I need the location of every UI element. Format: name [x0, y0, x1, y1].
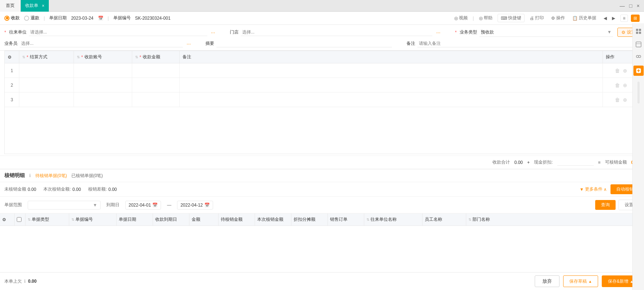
range-arrow-icon: ▼ [93, 203, 97, 208]
nav-left-btn[interactable]: ◀ [601, 15, 609, 21]
limit-label: 本单上欠 [4, 278, 22, 285]
radio-receipt-label: 收款 [11, 15, 20, 21]
more-conditions-label: 更多条件 [585, 186, 602, 192]
sidebar-icon-1[interactable] [633, 26, 644, 36]
filter-row: 单据范围 ▼ 到期日 2022-04-01 📅 — 2022-04-12 📅 查… [0, 197, 644, 213]
footer-right: 放弃 保存草稿 ▲ 保存&新增 ▲ [535, 275, 640, 287]
help-btn[interactable]: ◎ 帮助 [477, 14, 495, 22]
diff-stat: 核销差额: 0.00 [88, 186, 117, 192]
pending-tab[interactable]: 待核销单据(0笔) [35, 173, 67, 179]
bottom-table: ⚙ ⇅ 单据类型 ⇅ 单据编号 单据日期 收款到期日 [0, 213, 644, 272]
date-value[interactable]: 2023-03-24 [71, 16, 93, 21]
range-select[interactable]: ▼ [28, 201, 101, 209]
row1-remark[interactable] [180, 63, 603, 78]
row3-remark[interactable] [180, 93, 603, 107]
store-input[interactable] [241, 28, 433, 36]
discard-button[interactable]: 放弃 [535, 275, 559, 287]
number-value[interactable]: SK-20230324-001 [135, 16, 170, 21]
row1-copy-icon[interactable]: ⊕ [623, 68, 627, 74]
sidebar-icon-4[interactable] [633, 66, 644, 76]
scrollbar[interactable] [637, 82, 640, 103]
bth-checkbox[interactable] [15, 213, 25, 226]
footer-info-icon[interactable]: ℹ [24, 279, 26, 284]
radio-refund[interactable]: 退款 [24, 15, 39, 21]
calendar-icon[interactable]: 📅 [98, 16, 103, 21]
tab-home[interactable]: 首页 [0, 0, 21, 12]
row1-settlement[interactable] [19, 63, 74, 78]
window-close[interactable]: × [637, 3, 640, 9]
completed-tab[interactable]: 已核销单据(0笔) [71, 173, 103, 179]
row3-account[interactable] [74, 93, 132, 107]
row2-remark[interactable] [180, 78, 603, 92]
discount-input[interactable] [557, 159, 594, 166]
row3-delete-icon[interactable]: 🗑 [615, 97, 620, 103]
th-gear[interactable]: ⚙ [5, 51, 19, 63]
layout-list-btn[interactable]: ≡ [620, 15, 628, 22]
info-icon[interactable]: ℹ [29, 173, 31, 178]
layout-grid-btn[interactable]: ⊞ [631, 15, 640, 22]
tab-home-label: 首页 [6, 3, 15, 9]
nav-right-btn[interactable]: ▶ [610, 15, 617, 21]
tab-bar: 首页 收款单 × — □ × [0, 0, 644, 12]
row3-amount[interactable] [132, 93, 180, 107]
radio-receipt[interactable]: 收款 [4, 15, 20, 21]
more-filter-btn[interactable]: ▼ 更多条件 ∧ [580, 186, 607, 192]
help-label: 帮助 [484, 15, 492, 21]
current-label: 本次核销金额: [43, 186, 71, 192]
date-label: 单据日期 [49, 15, 67, 21]
row2-account[interactable] [74, 78, 132, 92]
unverified-label: 未核销金额 [4, 186, 26, 192]
svg-rect-3 [639, 32, 641, 34]
salesperson-more-btn[interactable]: ··· [186, 41, 191, 47]
sidebar-icon-3[interactable] [633, 52, 644, 63]
row3-settlement[interactable] [19, 93, 74, 107]
select-all-checkbox[interactable] [17, 217, 21, 222]
date-from-input[interactable]: 2022-04-01 📅 [125, 201, 161, 209]
summary-input[interactable] [216, 40, 392, 47]
query-btn[interactable]: 查询 [595, 200, 616, 210]
business-type-value: 预收款 [481, 29, 494, 35]
remark-input[interactable] [417, 40, 640, 47]
receipt-type-group: 收款 退款 [4, 15, 39, 21]
bth-due-date: 收款到期日 [153, 213, 189, 226]
counterpart-input[interactable] [29, 28, 207, 36]
form-row-1: * 往来单位 ··· 门店 ··· * 业务类型 预收款 ▼ [4, 28, 640, 37]
main-content: 收款 退款 | 单据日期 2023-03-24 📅 | 单据编号 SK-2023… [0, 12, 644, 290]
tab-close-icon[interactable]: × [42, 3, 44, 8]
counterpart-more-btn[interactable]: ··· [211, 30, 215, 35]
table-row: 3 🗑 ⊕ [5, 93, 639, 107]
video-btn[interactable]: ◎ 视频 [452, 14, 470, 22]
window-minimize[interactable]: — [620, 3, 625, 9]
tab-receipt[interactable]: 收款单 × [21, 0, 49, 12]
filter-icon: ▼ [580, 187, 584, 192]
top-toolbar: 收款 退款 | 单据日期 2023-03-24 📅 | 单据编号 SK-2023… [0, 12, 644, 25]
row1-account[interactable] [74, 63, 132, 78]
shortcut-btn[interactable]: ⌨ 快捷键 [498, 14, 525, 22]
bth-number: ⇅ 单据编号 [69, 213, 117, 226]
business-type-select[interactable]: 预收款 ▼ [479, 28, 613, 37]
history-btn[interactable]: 📋 历史单据 [570, 14, 598, 22]
date-to-input[interactable]: 2022-04-12 📅 [177, 201, 213, 209]
operate-btn[interactable]: ⚙ 操作 [549, 14, 567, 22]
window-maximize[interactable]: □ [629, 3, 632, 9]
row2-copy-icon[interactable]: ⊕ [623, 82, 627, 88]
th-account: ⇅ * 收款账号 [74, 51, 132, 63]
equals-sign: = [598, 160, 601, 165]
row1-amount[interactable] [132, 63, 180, 78]
save-draft-button[interactable]: 保存草稿 ▲ [563, 275, 598, 287]
sidebar-icon-2[interactable] [633, 39, 644, 50]
bth-dept-label: 部门名称 [472, 216, 490, 223]
current-value: 0.00 [72, 187, 81, 192]
circle-icon: ◎ [454, 16, 458, 21]
row1-delete-icon[interactable]: 🗑 [615, 68, 620, 74]
row2-delete-icon[interactable]: 🗑 [615, 82, 620, 88]
bth-gear[interactable]: ⚙ [0, 213, 15, 226]
salesperson-input[interactable] [20, 40, 183, 47]
bth-amount-label: 金额 [192, 216, 200, 223]
limit-value: 0.00 [28, 279, 36, 284]
row3-copy-icon[interactable]: ⊕ [623, 97, 627, 103]
row2-amount[interactable] [132, 78, 180, 92]
row2-settlement[interactable] [19, 78, 74, 92]
print-btn[interactable]: 🖨 打印 [527, 14, 546, 22]
store-more-btn[interactable]: ··· [436, 30, 440, 35]
